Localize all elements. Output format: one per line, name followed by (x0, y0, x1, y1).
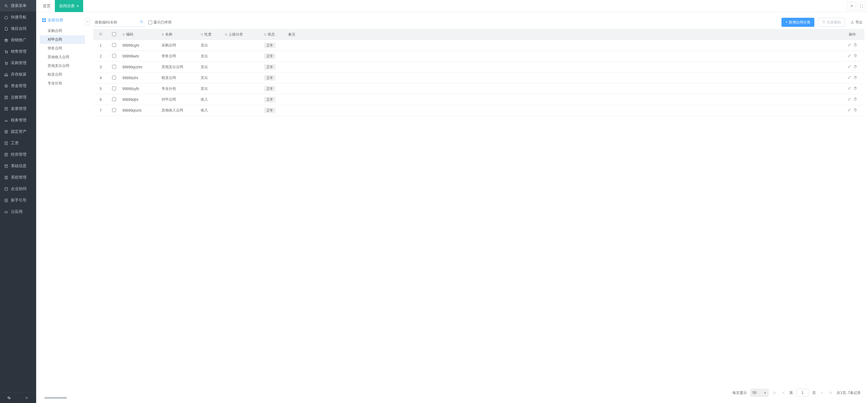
category-item-2[interactable]: 劳务合同 (40, 44, 85, 53)
fullscreen-button[interactable] (857, 2, 866, 10)
edit-icon[interactable] (847, 54, 851, 59)
search-icon[interactable] (140, 20, 144, 25)
sidebar-item-label: 销售管理 (11, 49, 27, 54)
sidebar-item-1[interactable]: 快捷导航 (0, 11, 36, 23)
edit-icon[interactable] (847, 108, 851, 113)
category-item-5[interactable]: 租赁合同 (40, 70, 85, 79)
tab-close-icon[interactable]: × (76, 4, 79, 8)
sidebar-item-5[interactable]: 采购管理 (0, 57, 36, 69)
delete-icon[interactable] (854, 108, 857, 113)
collapse-sidebar-button[interactable] (18, 393, 36, 403)
sidebar-item-12[interactable]: 工资 (0, 137, 36, 149)
sidebar-item-8[interactable]: 总账管理 (0, 92, 36, 103)
column-ops: 操作 (840, 29, 864, 40)
delete-icon[interactable] (854, 54, 857, 59)
sidebar-item-label: 项目合同 (11, 26, 27, 31)
delete-icon[interactable] (854, 98, 857, 102)
sidebar-item-0[interactable]: 搜索菜单 (0, 0, 36, 11)
column-code[interactable]: 编码 (120, 29, 159, 40)
table-row: 799999qtsrht其他收入合同收入正常 (93, 105, 864, 116)
cell-nature: 收入 (198, 94, 222, 105)
sidebar-item-label: 系统管理 (11, 175, 27, 180)
cell-parent (222, 83, 261, 94)
category-item-0[interactable]: 采购合同 (40, 27, 85, 35)
search-input[interactable] (93, 18, 145, 27)
cell-nature: 收入 (198, 105, 222, 116)
edit-icon[interactable] (847, 98, 851, 102)
row-checkbox[interactable] (112, 97, 116, 101)
cell-name: 其他收入合同 (159, 105, 198, 116)
delete-icon[interactable] (854, 65, 857, 69)
category-item-1[interactable]: 对甲合同 (40, 35, 85, 44)
category-scrollbar[interactable] (40, 396, 85, 399)
edit-icon[interactable] (847, 65, 851, 69)
sidebar-item-7[interactable]: 资金管理 (0, 80, 36, 92)
last-page-button[interactable]: >| (828, 391, 833, 395)
next-page-button[interactable]: > (819, 391, 824, 395)
show-disabled-checkbox[interactable]: 显示已停用 (148, 20, 172, 25)
sidebar-item-10[interactable]: 税务管理 (0, 114, 36, 126)
column-parent[interactable]: 上级分类 (222, 29, 261, 40)
delete-icon[interactable] (854, 76, 857, 80)
tabs-bar: 首页合同分类× ✕ (36, 0, 868, 12)
category-item-6[interactable]: 专业分包 (40, 79, 85, 88)
close-all-tabs-button[interactable]: ✕ (847, 2, 856, 10)
export-button[interactable]: 导出 (849, 20, 864, 25)
sidebar-item-14[interactable]: 基础信息 (0, 160, 36, 172)
prev-page-button[interactable]: < (781, 391, 786, 395)
edit-icon[interactable] (847, 43, 851, 47)
cell-nature: 支出 (198, 83, 222, 94)
column-name[interactable]: 名称 (159, 29, 198, 40)
batch-delete-button[interactable]: 批量删除 (818, 18, 845, 27)
edit-icon[interactable] (847, 87, 851, 91)
sidebar-item-15[interactable]: 系统管理 (0, 172, 36, 183)
sidebar-item-6[interactable]: 库存核算 (0, 69, 36, 80)
sidebar-item-18[interactable]: 云应用 (0, 206, 36, 217)
batch-delete-label: 批量删除 (827, 20, 841, 25)
row-checkbox[interactable] (112, 108, 116, 112)
sidebar-item-3[interactable]: 营销推广 (0, 34, 36, 46)
select-all-checkbox[interactable] (112, 32, 116, 36)
system-icon (4, 175, 8, 180)
row-checkbox[interactable] (112, 65, 116, 69)
cell-code: 99999djht (120, 94, 159, 105)
category-item-3[interactable]: 其他收入合同 (40, 53, 85, 62)
sidebar-item-label: 库存核算 (11, 72, 27, 77)
settings-button[interactable] (0, 393, 18, 403)
column-settings[interactable] (93, 29, 108, 40)
delete-icon[interactable] (854, 43, 857, 47)
sidebar-item-11[interactable]: 固定资产 (0, 126, 36, 137)
sidebar-item-label: 云应用 (11, 209, 23, 214)
row-checkbox[interactable] (112, 87, 116, 90)
sidebar-item-16[interactable]: 企业协同 (0, 183, 36, 195)
cell-parent (222, 51, 261, 62)
category-all-button[interactable]: 全部分类 (40, 16, 85, 25)
sidebar-item-13[interactable]: 经营管理 (0, 149, 36, 160)
sidebar-item-4[interactable]: 销售管理 (0, 46, 36, 57)
sidebar-item-9[interactable]: 发票管理 (0, 103, 36, 114)
per-page-label: 每页显示 (733, 390, 747, 396)
table-row: 399999qtzhht其他支出合同支出正常 (93, 62, 864, 73)
edit-icon[interactable] (847, 76, 851, 80)
add-category-button[interactable]: + 新增合同分类 (781, 18, 814, 27)
sidebar-item-2[interactable]: 项目合同 (0, 23, 36, 34)
row-index: 1 (93, 40, 108, 51)
per-page-select[interactable]: 50 (750, 389, 769, 397)
delete-icon[interactable] (854, 87, 857, 91)
collapse-panel-button[interactable] (85, 18, 90, 25)
tab-1[interactable]: 合同分类× (55, 0, 83, 12)
column-status[interactable]: 状态 (261, 29, 286, 40)
cell-name: 采购合同 (159, 40, 198, 51)
row-checkbox[interactable] (112, 43, 116, 47)
cell-code: 99999zlht (120, 73, 159, 83)
row-checkbox[interactable] (112, 76, 116, 79)
first-page-button[interactable]: |< (772, 391, 778, 395)
tab-0[interactable]: 首页 (38, 0, 55, 12)
row-checkbox[interactable] (112, 54, 116, 58)
grid-icon (42, 19, 46, 22)
sidebar-item-label: 新手引导 (11, 198, 27, 203)
sidebar-item-17[interactable]: 新手引导 (0, 195, 36, 206)
column-nature[interactable]: 性质 (198, 29, 222, 40)
page-input[interactable] (797, 389, 809, 397)
category-item-4[interactable]: 其他支出合同 (40, 62, 85, 70)
